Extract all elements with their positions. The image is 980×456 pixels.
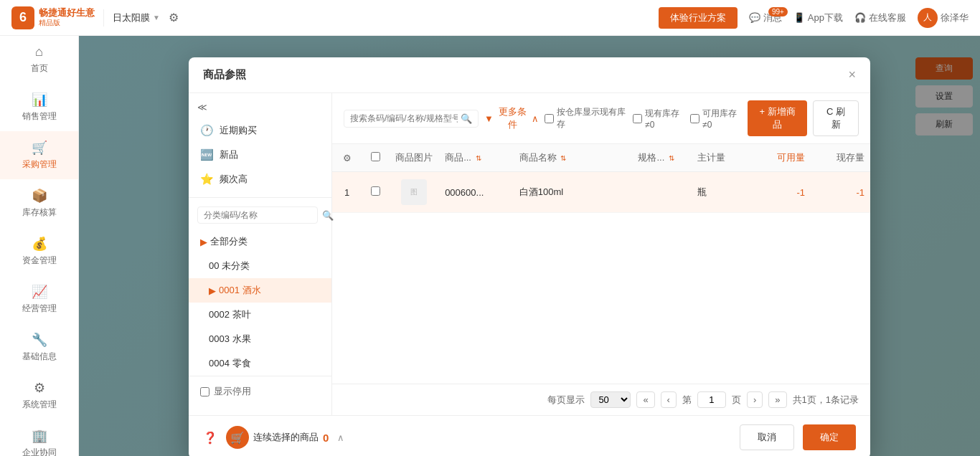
sort-name-icon: ⇅: [560, 154, 566, 162]
stock-nonzero-checkbox[interactable]: [633, 114, 642, 123]
cart-collapse-icon[interactable]: ∧: [337, 432, 344, 443]
confirm-button[interactable]: 确定: [803, 424, 856, 450]
modal-close-button[interactable]: ×: [848, 67, 856, 82]
sidebar: ⌂ 首页 📊 销售管理 🛒 采购管理 📦 库存核算 💰 资金管理 📈 经营管理 …: [0, 36, 79, 456]
col-header-code[interactable]: 商品... ⇅: [439, 144, 514, 172]
stock-by-warehouse-checkbox[interactable]: [545, 114, 554, 123]
category-uncategorized[interactable]: 00 未分类: [189, 254, 331, 278]
modal-title: 商品参照: [203, 68, 246, 82]
user-name: 徐泽华: [941, 11, 969, 24]
first-page-btn[interactable]: «: [636, 391, 654, 408]
refresh-button[interactable]: C 刷新: [813, 100, 859, 136]
show-disabled-checkbox[interactable]: [200, 387, 209, 396]
user-menu[interactable]: 人 徐泽华: [918, 8, 969, 28]
modal-main: 🔍 ▼ 更多条件 ∧ 按仓库显示现有库存: [332, 93, 870, 415]
message-icon: 💬: [749, 12, 760, 23]
help-icon[interactable]: ❓: [203, 431, 217, 445]
cancel-button[interactable]: 取消: [740, 424, 794, 450]
table-header-row: ⚙ 商品图片: [332, 144, 870, 172]
product-search-input[interactable]: [350, 113, 458, 123]
col-img-label: 商品图片: [395, 152, 433, 163]
finance-icon: 💰: [32, 236, 47, 252]
sidebar-item-operations[interactable]: 📈 经营管理: [0, 275, 78, 323]
page-size-select[interactable]: 20 50 100: [590, 391, 631, 408]
row-img-cell: 图: [389, 172, 439, 213]
col-stock-label: 现存量: [837, 152, 864, 163]
sidebar-label-basic: 基础信息: [22, 351, 57, 363]
add-product-button[interactable]: + 新增商品: [748, 100, 807, 136]
avail-nonzero-label[interactable]: 可用库存≠0: [690, 108, 742, 130]
col-header-name[interactable]: 商品名称 ⇅: [514, 144, 633, 172]
stock-by-warehouse-label[interactable]: 按仓库显示现有库存: [545, 106, 627, 130]
product-search-icon[interactable]: 🔍: [461, 113, 472, 124]
category-search: 🔍: [189, 204, 331, 229]
settings-icon[interactable]: ⚙: [169, 11, 179, 24]
row-stock: -1: [811, 172, 870, 213]
cart-area[interactable]: 🛒 连续选择的商品 0: [226, 426, 329, 449]
sidebar-label-home: 首页: [31, 62, 48, 75]
store-selector[interactable]: 日太阳膜 ▼: [113, 11, 160, 24]
sidebar-item-finance[interactable]: 💰 资金管理: [0, 227, 78, 275]
sidebar-label-purchase: 采购管理: [22, 158, 57, 171]
category-search-input[interactable]: [197, 206, 318, 224]
page-number-input[interactable]: [697, 391, 726, 408]
col-name-label: 商品名称: [519, 152, 557, 163]
modal-sidebar-top: ≪: [189, 102, 331, 118]
sidebar-collapse-btn[interactable]: ≪: [197, 102, 207, 113]
col-spec-label: 规格...: [638, 152, 664, 163]
pagination: 每页显示 20 50 100 « ‹ 第 页 ›: [332, 384, 870, 415]
system-icon: ⚙: [34, 380, 45, 396]
prev-page-btn[interactable]: ‹: [661, 391, 677, 408]
category-list: ▶ 全部分类 00 未分类 ▶ 0001 酒水 0002 茶: [189, 229, 331, 376]
navbar: 6 畅捷通好生意 精品版 日太阳膜 ▼ ⚙ 体验行业方案 💬 消息 99+ 📱 …: [0, 0, 980, 36]
new-product-nav[interactable]: 🆕 新品: [189, 143, 331, 167]
col-avail-label: 可用量: [777, 152, 805, 163]
sidebar-item-purchase[interactable]: 🛒 采购管理: [0, 131, 78, 179]
headset-icon: 🎧: [854, 12, 866, 23]
messages-btn[interactable]: 💬 消息 99+: [749, 11, 782, 24]
sidebar-item-inventory[interactable]: 📦 库存核算: [0, 179, 78, 227]
sidebar-item-sales[interactable]: 📊 销售管理: [0, 83, 78, 131]
app-label: App下载: [808, 11, 843, 24]
modal-sidebar: ≪ 🕐 近期购买 🆕 新品 ⭐ 频次高: [189, 93, 332, 415]
category-liquor[interactable]: ▶ 0001 酒水: [189, 278, 331, 303]
frequent-nav[interactable]: ⭐ 频次高: [189, 167, 331, 191]
row-avail: -1: [751, 172, 811, 213]
sidebar-item-home[interactable]: ⌂ 首页: [0, 36, 78, 83]
expand-liquor-arrow: ▶: [209, 285, 216, 296]
settings-col-icon[interactable]: ⚙: [343, 153, 352, 163]
inventory-icon: 📦: [32, 188, 47, 204]
category-snack[interactable]: 0004 零食: [189, 351, 331, 376]
product-table-body: 1 图 000600... 白酒100ml: [332, 172, 870, 213]
sort-spec-icon: ⇅: [669, 154, 674, 162]
category-fruit[interactable]: 0003 水果: [189, 327, 331, 351]
support-label: 在线客服: [869, 11, 906, 24]
table-row[interactable]: 1 图 000600... 白酒100ml: [332, 172, 870, 213]
row-checkbox[interactable]: [371, 186, 380, 196]
sidebar-divider: [189, 197, 331, 198]
col-code-label: 商品...: [445, 152, 471, 163]
avail-nonzero-text: 可用库存≠0: [702, 108, 742, 130]
last-page-btn[interactable]: »: [768, 391, 786, 408]
stock-nonzero-label[interactable]: 现有库存≠0: [633, 108, 684, 130]
col-unit-label: 主计量: [697, 152, 725, 163]
sidebar-item-basic[interactable]: 🔧 基础信息: [0, 323, 78, 371]
trial-button[interactable]: 体验行业方案: [659, 7, 738, 29]
category-tea[interactable]: 0002 茶叶: [189, 303, 331, 327]
sidebar-label-sales: 销售管理: [22, 110, 57, 123]
app-icon: 📱: [793, 12, 805, 23]
sidebar-item-system[interactable]: ⚙ 系统管理: [0, 371, 78, 419]
app-download-btn[interactable]: 📱 App下载: [793, 11, 843, 24]
recent-purchase-nav[interactable]: 🕐 近期购买: [189, 118, 331, 143]
select-all-checkbox[interactable]: [371, 152, 380, 161]
avail-nonzero-checkbox[interactable]: [690, 114, 699, 123]
row-num: 1: [332, 172, 362, 213]
filter-button[interactable]: ▼ 更多条件 ∧: [484, 105, 539, 131]
category-all[interactable]: ▶ 全部分类: [189, 229, 331, 254]
col-header-unit[interactable]: 主计量: [692, 144, 751, 172]
support-btn[interactable]: 🎧 在线客服: [854, 11, 906, 24]
sidebar-item-collab[interactable]: 🏢 企业协同: [0, 419, 78, 456]
next-page-btn[interactable]: ›: [747, 391, 763, 408]
store-chevron-icon: ▼: [153, 14, 160, 22]
col-header-spec[interactable]: 规格... ⇅: [632, 144, 692, 172]
